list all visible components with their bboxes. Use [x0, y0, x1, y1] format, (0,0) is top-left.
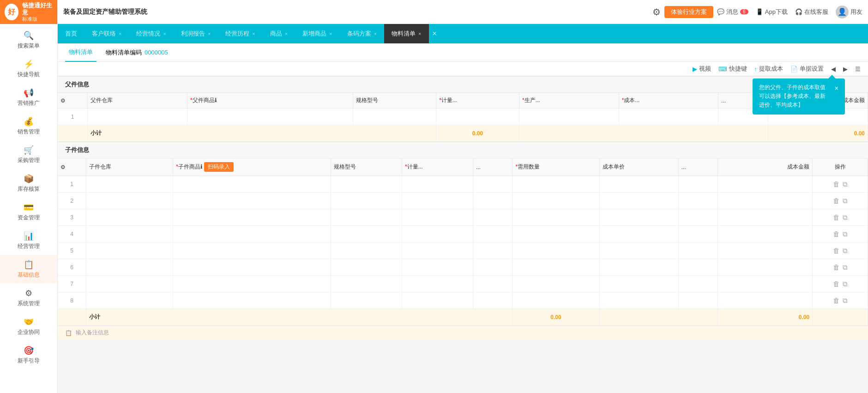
- delete-icon-7[interactable]: 🗑: [833, 280, 840, 288]
- nav-tab-bom[interactable]: 物料清单×: [384, 24, 428, 43]
- child-extra-6[interactable]: [473, 259, 512, 276]
- sidebar-item-finance[interactable]: 💳资金管理: [0, 198, 57, 226]
- parent-unit-1[interactable]: [436, 109, 519, 125]
- nav-tab-operation[interactable]: 经营情况×: [129, 24, 173, 43]
- sidebar-item-system[interactable]: ⚙系统管理: [0, 284, 57, 312]
- copy-icon-2[interactable]: ⧉: [843, 197, 848, 205]
- parent-warehouse-1[interactable]: [88, 109, 187, 125]
- copy-icon-3[interactable]: ⧉: [843, 213, 848, 222]
- nav-tab-close-bom[interactable]: ×: [418, 31, 421, 36]
- nav-tab-close-barcode[interactable]: ×: [374, 31, 377, 36]
- nav-tab-customer[interactable]: 客户联络×: [84, 24, 129, 43]
- child-unit-price-1[interactable]: [599, 176, 678, 193]
- nav-tab-close-history[interactable]: ×: [252, 31, 255, 36]
- delete-icon-6[interactable]: 🗑: [833, 263, 840, 272]
- child-spec-7[interactable]: [331, 276, 402, 292]
- sidebar-item-inventory[interactable]: 📦库存核算: [0, 169, 57, 198]
- parent-spec-1[interactable]: [353, 109, 436, 125]
- child-warehouse-1[interactable]: [86, 176, 173, 193]
- sidebar-item-business[interactable]: 📊经营管理: [0, 226, 57, 255]
- copy-icon-1[interactable]: ⧉: [843, 180, 848, 188]
- child-warehouse-5[interactable]: [86, 242, 173, 259]
- extract-cost-btn[interactable]: ↑ 提取成本: [754, 65, 784, 73]
- nav-tab-close-new_goods[interactable]: ×: [329, 31, 332, 36]
- child-goods-2[interactable]: [173, 193, 331, 209]
- parent-production-1[interactable]: [519, 109, 619, 125]
- nav-prev-btn[interactable]: ◀: [831, 66, 836, 73]
- child-goods-6[interactable]: [173, 259, 331, 276]
- child-unit-price-7[interactable]: [599, 276, 678, 292]
- delete-icon-4[interactable]: 🗑: [833, 230, 840, 238]
- child-warehouse-2[interactable]: [86, 193, 173, 209]
- child-extra2-2[interactable]: [678, 193, 718, 209]
- message-icon-item[interactable]: 💬 消息 6: [717, 8, 748, 16]
- delete-icon-5[interactable]: 🗑: [833, 247, 840, 255]
- grid-view-btn[interactable]: ☰: [855, 66, 861, 73]
- child-col-settings[interactable]: ⚙: [58, 158, 86, 176]
- nav-tab-goods[interactable]: 商品×: [263, 24, 295, 43]
- nav-next-btn[interactable]: ▶: [843, 66, 848, 73]
- child-spec-4[interactable]: [331, 226, 402, 242]
- child-extra-5[interactable]: [473, 242, 512, 259]
- child-goods-5[interactable]: [173, 242, 331, 259]
- child-goods-4[interactable]: [173, 226, 331, 242]
- child-unit-2[interactable]: [402, 193, 473, 209]
- nav-tab-history[interactable]: 经营历程×: [218, 24, 262, 43]
- nav-tab-profit[interactable]: 利润报告×: [174, 24, 218, 43]
- child-warehouse-8[interactable]: [86, 292, 173, 309]
- nav-tab-new_goods[interactable]: 新增商品×: [295, 24, 339, 43]
- sidebar-item-guide[interactable]: 🎯新手引导: [0, 341, 57, 369]
- child-extra2-4[interactable]: [678, 226, 718, 242]
- copy-icon-7[interactable]: ⧉: [843, 280, 848, 288]
- child-extra-1[interactable]: [473, 176, 512, 193]
- child-extra-2[interactable]: [473, 193, 512, 209]
- tooltip-close-btn[interactable]: ×: [835, 83, 838, 93]
- child-goods-7[interactable]: [173, 276, 331, 292]
- child-unit-price-6[interactable]: [599, 259, 678, 276]
- copy-icon-5[interactable]: ⧉: [843, 247, 848, 255]
- experience-button[interactable]: 体验行业方案: [664, 6, 713, 18]
- child-spec-5[interactable]: [331, 242, 402, 259]
- settings-icon-btn[interactable]: ⚙: [652, 6, 661, 18]
- copy-icon-8[interactable]: ⧉: [843, 296, 848, 305]
- child-unit-5[interactable]: [402, 242, 473, 259]
- delete-icon-2[interactable]: 🗑: [833, 197, 840, 205]
- child-extra2-7[interactable]: [678, 276, 718, 292]
- child-unit-price-8[interactable]: [599, 292, 678, 309]
- child-qty-8[interactable]: [512, 292, 599, 309]
- child-unit-price-2[interactable]: [599, 193, 678, 209]
- child-extra2-3[interactable]: [678, 209, 718, 226]
- child-spec-8[interactable]: [331, 292, 402, 309]
- child-qty-5[interactable]: [512, 242, 599, 259]
- parent-col-settings[interactable]: ⚙: [58, 93, 88, 109]
- child-unit-price-4[interactable]: [599, 226, 678, 242]
- child-warehouse-3[interactable]: [86, 209, 173, 226]
- nav-tab-close-operation[interactable]: ×: [163, 31, 166, 36]
- child-extra2-6[interactable]: [678, 259, 718, 276]
- child-unit-1[interactable]: [402, 176, 473, 193]
- child-qty-2[interactable]: [512, 193, 599, 209]
- copy-icon-4[interactable]: ⧉: [843, 230, 848, 238]
- delete-icon-1[interactable]: 🗑: [833, 180, 840, 188]
- child-spec-3[interactable]: [331, 209, 402, 226]
- tab-bom-list[interactable]: 物料清单: [65, 43, 96, 62]
- child-warehouse-6[interactable]: [86, 259, 173, 276]
- child-unit-price-5[interactable]: [599, 242, 678, 259]
- app-download-item[interactable]: 📱 App下载: [756, 8, 788, 16]
- child-spec-6[interactable]: [331, 259, 402, 276]
- shortcut-btn[interactable]: ⌨ 快捷键: [718, 65, 747, 73]
- nav-close-btn[interactable]: ×: [429, 30, 440, 38]
- user-avatar-item[interactable]: 👤 用友: [836, 6, 862, 18]
- sidebar-item-quick-nav[interactable]: ⚡快捷导航: [0, 54, 57, 83]
- sidebar-item-enterprise[interactable]: 🤝企业协同: [0, 312, 57, 341]
- delete-icon-3[interactable]: 🗑: [833, 213, 840, 222]
- child-extra2-1[interactable]: [678, 176, 718, 193]
- child-spec-2[interactable]: [331, 193, 402, 209]
- child-warehouse-7[interactable]: [86, 276, 173, 292]
- child-extra-4[interactable]: [473, 226, 512, 242]
- child-goods-1[interactable]: [173, 176, 331, 193]
- single-settings-btn[interactable]: 📄 单据设置: [790, 65, 824, 73]
- child-qty-1[interactable]: [512, 176, 599, 193]
- sidebar-item-marketing[interactable]: 📢营销推广: [0, 83, 57, 112]
- nav-tab-close-profit[interactable]: ×: [208, 31, 211, 36]
